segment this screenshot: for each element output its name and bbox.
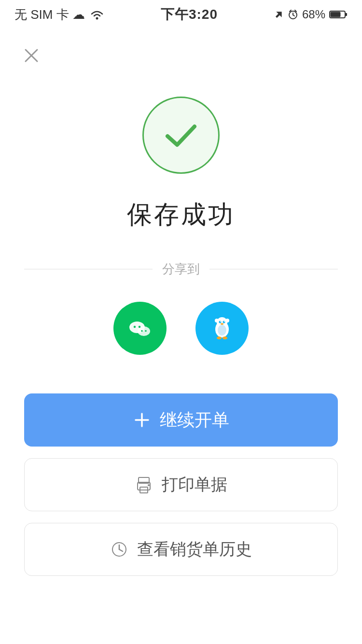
share-icons-container [113, 302, 249, 355]
svg-point-24 [217, 336, 222, 339]
plus-icon [133, 411, 151, 429]
battery-icon [329, 10, 348, 19]
svg-point-20 [224, 321, 225, 322]
share-divider: 分享到 [24, 261, 338, 278]
continue-label: 继续开单 [160, 408, 229, 432]
svg-point-13 [141, 330, 143, 332]
svg-point-19 [220, 321, 221, 322]
continue-button[interactable]: 继续开单 [24, 393, 338, 447]
alarm-icon [288, 9, 298, 20]
no-sim-text: 无 SIM 卡 ☁ [14, 6, 85, 23]
close-button[interactable] [19, 43, 43, 68]
print-label: 打印单据 [162, 474, 227, 496]
clock-icon [110, 540, 128, 559]
divider-left [24, 269, 153, 269]
success-icon-circle [142, 97, 220, 174]
status-left: 无 SIM 卡 ☁ [14, 6, 104, 23]
svg-point-32 [148, 484, 150, 486]
svg-line-3 [293, 15, 294, 16]
qq-icon [207, 313, 237, 344]
print-button[interactable]: 打印单据 [24, 458, 338, 511]
history-button[interactable]: 查看销货单历史 [24, 523, 338, 576]
svg-point-26 [218, 325, 226, 336]
actions-container: 继续开单 打印单据 查看销货单历史 [24, 393, 338, 576]
wechat-icon [125, 313, 155, 344]
divider-right [209, 269, 338, 269]
wechat-share-button[interactable] [113, 302, 167, 355]
svg-point-18 [223, 321, 225, 323]
svg-point-17 [219, 321, 222, 323]
svg-point-12 [139, 326, 140, 328]
close-icon [23, 47, 40, 64]
main-content: 保存成功 分享到 [0, 68, 362, 576]
svg-point-22 [215, 319, 219, 322]
svg-point-25 [223, 336, 227, 339]
svg-point-14 [145, 330, 147, 332]
location-icon [274, 10, 284, 19]
svg-rect-5 [345, 13, 347, 16]
status-right: 68% [274, 8, 348, 21]
svg-point-11 [134, 326, 136, 328]
wifi-icon [90, 9, 104, 20]
printer-icon [135, 476, 153, 494]
svg-point-0 [96, 17, 98, 20]
svg-rect-6 [331, 12, 341, 17]
battery-percent: 68% [302, 8, 325, 21]
status-bar: 无 SIM 卡 ☁ 下午3:20 68% [0, 0, 362, 29]
svg-point-21 [221, 323, 223, 325]
checkmark-icon [162, 116, 200, 154]
svg-point-23 [225, 319, 229, 322]
share-label: 分享到 [162, 261, 200, 278]
success-title: 保存成功 [127, 198, 235, 232]
status-time: 下午3:20 [161, 5, 218, 24]
svg-line-35 [119, 549, 123, 551]
qq-share-button[interactable] [195, 302, 249, 355]
history-label: 查看销货单历史 [137, 538, 252, 560]
